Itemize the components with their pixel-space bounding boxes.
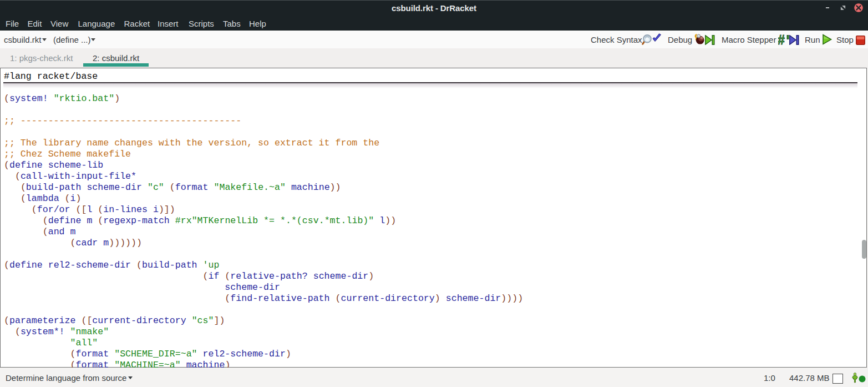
svg-text:#: #: [778, 33, 785, 47]
